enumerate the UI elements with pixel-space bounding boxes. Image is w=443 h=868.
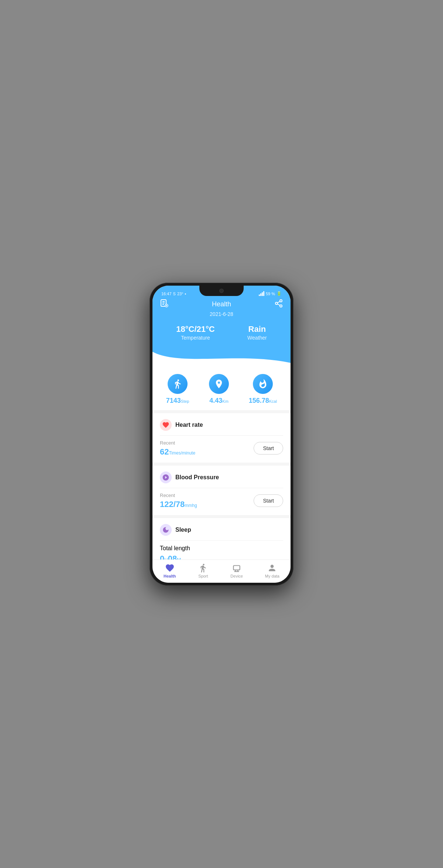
svg-point-8: [275, 302, 278, 304]
health-nav-icon: [165, 563, 175, 573]
sleep-total-label: Total length: [160, 545, 283, 552]
battery-icon: 🔋: [277, 291, 282, 296]
signal-bar-1: [259, 295, 260, 296]
nav-item-health[interactable]: Health: [164, 563, 176, 578]
phone-frame: 16:47 S 23° ▪ 59 % 🔋: [150, 283, 293, 586]
calories-stat: 156.78Kcal: [249, 374, 277, 405]
app-header: Health 2021-6-28 18°C/21°C Temperature: [152, 299, 291, 352]
heart-rate-header: Heart rate: [160, 419, 283, 436]
sleep-time: 0H08M: [160, 554, 283, 559]
heart-rate-left: Recent 62Times/minute: [160, 440, 195, 457]
svg-line-10: [278, 304, 280, 306]
signal-bar-2: [260, 293, 261, 296]
distance-icon-circle: [209, 374, 229, 394]
health-nav-label: Health: [164, 574, 176, 578]
blood-pressure-body: Recent 122/78mmhg Start: [160, 493, 283, 509]
heart-rate-start-button[interactable]: Start: [254, 442, 283, 455]
heart-rate-title: Heart rate: [175, 422, 203, 428]
nav-item-mydata[interactable]: My data: [265, 563, 279, 578]
nav-item-sport[interactable]: Sport: [198, 563, 208, 578]
header-nav: Health: [160, 299, 283, 310]
flame-icon: [258, 379, 268, 389]
device-nav-icon: [231, 563, 242, 573]
steps-icon: [172, 379, 183, 389]
report-icon[interactable]: [160, 299, 169, 310]
mydata-nav-label: My data: [265, 574, 279, 578]
location-icon: [214, 379, 224, 389]
share-icon[interactable]: [274, 299, 283, 309]
svg-point-12: [218, 382, 220, 384]
wave-separator: [152, 352, 291, 367]
sleep-icon: [160, 524, 172, 536]
share-icon-svg: [274, 299, 283, 308]
sleep-icon-svg: [162, 526, 169, 534]
report-icon-svg: [160, 299, 169, 308]
main-content: 7143Step 4.43Km: [152, 367, 291, 559]
wave-svg: [152, 352, 291, 367]
heart-icon-svg: [162, 421, 169, 429]
blood-pressure-recent-label: Recent: [160, 493, 197, 498]
temperature-label: Temperature: [176, 335, 214, 341]
sport-icon-svg: [198, 563, 208, 573]
signal-bar-4: [263, 291, 264, 296]
temperature-item: 18°C/21°C Temperature: [176, 324, 214, 341]
sport-nav-label: Sport: [198, 574, 208, 578]
svg-point-7: [280, 300, 282, 302]
sleep-title: Sleep: [175, 527, 191, 533]
heart-rate-card: Heart rate Recent 62Times/minute Start: [152, 413, 291, 463]
sleep-card: Sleep Total length 0H08M: [152, 518, 291, 559]
status-right: 59 % 🔋: [259, 291, 282, 296]
phone-screen: 16:47 S 23° ▪ 59 % 🔋: [152, 286, 291, 583]
weather-condition: Rain: [247, 324, 267, 334]
weather-label: Weather: [247, 335, 267, 341]
skype-icon: S: [173, 292, 176, 296]
sport-nav-icon: [198, 563, 208, 573]
sleep-body: Total length 0H08M: [160, 545, 283, 559]
distance-stat: 4.43Km: [209, 374, 229, 405]
heart-rate-recent-label: Recent: [160, 440, 195, 446]
nav-item-device[interactable]: Device: [230, 563, 243, 578]
blood-pressure-icon-svg: [162, 474, 169, 481]
status-time: 16:47: [161, 292, 172, 296]
notch: [199, 286, 244, 296]
distance-value: 4.43Km: [209, 397, 229, 405]
weather-item: Rain Weather: [247, 324, 267, 341]
header-title: Health: [212, 300, 231, 308]
heart-nav-icon-svg: [165, 563, 175, 573]
camera: [219, 289, 224, 293]
device-icon-svg: [232, 563, 241, 573]
steps-stat: 7143Step: [166, 374, 189, 405]
bottom-nav: Health Sport: [152, 559, 291, 583]
person-icon-svg: [267, 563, 277, 573]
calories-icon-circle: [253, 374, 273, 394]
blood-pressure-card: Blood Pressure Recent 122/78mmhg Start: [152, 466, 291, 515]
status-left: 16:47 S 23° ▪: [161, 292, 186, 296]
sleep-header: Sleep: [160, 524, 283, 541]
stats-row: 7143Step 4.43Km: [152, 367, 291, 410]
weather-section: 18°C/21°C Temperature Rain Weather: [160, 324, 283, 341]
device-nav-label: Device: [230, 574, 243, 578]
mydata-nav-icon: [267, 563, 277, 573]
blood-pressure-icon: [160, 472, 172, 483]
blood-pressure-reading: 122/78mmhg: [160, 500, 197, 509]
svg-line-11: [278, 302, 280, 303]
calories-value: 156.78Kcal: [249, 397, 277, 405]
blood-pressure-start-button[interactable]: Start: [254, 494, 283, 507]
temperature-value: 18°C/21°C: [176, 324, 214, 334]
blood-pressure-header: Blood Pressure: [160, 472, 283, 488]
signal-bar-3: [262, 292, 263, 296]
blood-pressure-title: Blood Pressure: [175, 474, 219, 481]
signal-bars: [259, 291, 264, 296]
steps-value: 7143Step: [166, 397, 189, 405]
svg-point-9: [280, 305, 282, 307]
heart-rate-icon: [160, 419, 172, 431]
heart-rate-reading: 62Times/minute: [160, 447, 195, 457]
steps-icon-circle: [168, 374, 188, 394]
status-temp: 23°: [177, 292, 183, 296]
heart-rate-body: Recent 62Times/minute Start: [160, 440, 283, 457]
header-date: 2021-6-28: [160, 311, 283, 317]
battery-percent: 59 %: [266, 292, 275, 296]
status-icon1: ▪: [185, 292, 186, 296]
blood-pressure-left: Recent 122/78mmhg: [160, 493, 197, 509]
svg-rect-13: [233, 565, 240, 570]
